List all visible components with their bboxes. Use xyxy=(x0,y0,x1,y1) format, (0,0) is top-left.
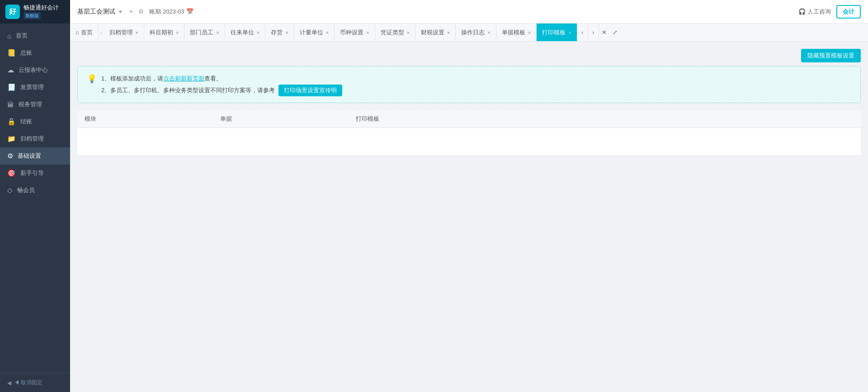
calendar-icon[interactable]: 📅 xyxy=(186,8,193,15)
tab-print-template[interactable]: 打印模板 × xyxy=(537,24,577,42)
tab-single-template-close[interactable]: × xyxy=(528,30,531,35)
tab-tax-setting-label: 财税设置 xyxy=(421,28,444,37)
tab-archive-mgmt-close[interactable]: × xyxy=(136,30,138,35)
sidebar-label-member: 畅会员 xyxy=(17,186,35,194)
tab-dept-staff[interactable]: 部门员工 × xyxy=(184,24,225,42)
tab-subject-init[interactable]: 科目期初 × xyxy=(144,24,184,42)
service-btn[interactable]: 🎧 人工咨询 xyxy=(798,8,831,16)
tab-subject-init-label: 科目期初 xyxy=(150,28,173,37)
tab-inventory-close[interactable]: × xyxy=(285,30,288,35)
logo-icon: 好 xyxy=(5,5,20,19)
sidebar-label-guide: 新手引导 xyxy=(20,169,44,177)
col-voucher: 单据 xyxy=(213,115,349,123)
hide-template-area: 隐藏预置模板设置 xyxy=(77,49,861,62)
close-icon: 🔒 xyxy=(7,118,16,126)
tab-suppliers-close[interactable]: × xyxy=(257,30,259,35)
tab-currency-label: 币种设置 xyxy=(340,28,363,37)
notice-bulb-icon: 💡 xyxy=(87,74,97,84)
tab-voucher-type-close[interactable]: × xyxy=(407,30,410,35)
home-icon: ⌂ xyxy=(75,29,79,36)
sidebar-item-invoice[interactable]: 🧾发票管理 xyxy=(0,79,70,96)
notice-row: 💡 1、模板添加成功后，请点击刷新新页面查看。 2、多员工、多打印机、多种业务类… xyxy=(87,73,851,96)
unpin-icon: ◀ xyxy=(7,380,11,386)
ledger-icon: 📒 xyxy=(7,49,16,57)
tab-currency[interactable]: 币种设置 × xyxy=(335,24,375,42)
archive-icon: 📁 xyxy=(7,135,16,143)
tab-op-log-label: 操作日志 xyxy=(461,28,485,37)
notice-line1-link[interactable]: 点击刷新新页面 xyxy=(163,75,204,82)
tab-unit-label: 计量单位 xyxy=(300,28,323,37)
tab-home-label: 首页 xyxy=(81,28,93,37)
guide-icon: 🎯 xyxy=(7,169,16,177)
tab-home[interactable]: ⌂ 首页 xyxy=(70,24,99,42)
tab-inventory-label: 存货 xyxy=(271,28,283,37)
period-label: 账期 xyxy=(149,8,161,16)
logo-name: 畅捷通好会计 xyxy=(24,4,59,12)
topbar-gear-icon[interactable]: ⚙ xyxy=(138,8,144,15)
invoice-icon: 🧾 xyxy=(7,83,16,91)
tab-tax-setting-close[interactable]: × xyxy=(447,30,450,35)
tab-close-all-btn[interactable]: ✕ xyxy=(599,24,610,42)
tab-single-template[interactable]: 单据模板 × xyxy=(496,24,537,42)
tab-back-icon: ‹ xyxy=(99,24,104,42)
tab-subject-init-close[interactable]: × xyxy=(176,30,179,35)
notice-line1-after: 查看。 xyxy=(204,75,222,82)
sidebar-item-home[interactable]: ⌂首页 xyxy=(0,27,70,44)
sidebar-item-guide[interactable]: 🎯新手引导 xyxy=(0,165,70,182)
tab-currency-close[interactable]: × xyxy=(366,30,369,35)
hide-template-btn[interactable]: 隐藏预置模板设置 xyxy=(801,49,861,62)
notice-text: 1、模板添加成功后，请点击刷新新页面查看。 2、多员工、多打印机、多种业务类型设… xyxy=(101,73,344,96)
sidebar-label-archive: 归档管理 xyxy=(20,135,44,143)
tab-tax-setting[interactable]: 财税设置 × xyxy=(415,24,456,42)
sidebar-item-ledger[interactable]: 📒总账 xyxy=(0,44,70,61)
logo-text-block: 畅捷通好会计 旗舰版 xyxy=(24,4,59,20)
tab-archive-mgmt[interactable]: 归档管理 × xyxy=(104,24,144,42)
home-icon: ⌂ xyxy=(7,32,11,40)
sidebar-item-tax[interactable]: 🏛税务管理 xyxy=(0,96,70,113)
sidebar-item-reports[interactable]: ☁云报表中心 xyxy=(0,61,70,79)
tab-print-template-close[interactable]: × xyxy=(568,30,571,35)
tab-next-btn[interactable]: › xyxy=(588,24,599,42)
tab-prev-btn[interactable]: ‹ xyxy=(577,24,588,42)
topbar-dropdown-icon[interactable]: ▾ xyxy=(119,8,122,15)
tab-suppliers[interactable]: 往来单位 × xyxy=(225,24,265,42)
period-value: 2023-03 xyxy=(163,8,184,15)
tabbar: ⌂ 首页 ‹ 归档管理 × 科目期初 × 部门员工 × 往来单位 × 存货 × … xyxy=(70,24,868,42)
tab-op-log-close[interactable]: × xyxy=(487,30,490,35)
sidebar-logo: 好 畅捷通好会计 旗舰版 xyxy=(0,0,70,24)
tab-op-log[interactable]: 操作日志 × xyxy=(456,24,496,42)
col-module: 模块 xyxy=(77,115,213,123)
sidebar-item-archive[interactable]: 📁归档管理 xyxy=(0,130,70,147)
tab-expand-btn[interactable]: ⤢ xyxy=(610,24,621,42)
tab-single-template-label: 单据模板 xyxy=(502,28,525,37)
kuaiji-btn[interactable]: 会计 xyxy=(836,5,861,19)
topbar-add-btn[interactable]: ＋ xyxy=(127,7,135,16)
tab-suppliers-label: 往来单位 xyxy=(231,28,254,37)
main-area: 基层工会测试 ▾ ＋ ⚙ 账期 2023-03 📅 🎧 人工咨询 会计 ⌂ 首页… xyxy=(70,0,868,392)
print-template-table: 模块 单据 打印模板 xyxy=(77,110,861,155)
topbar-right: 🎧 人工咨询 会计 xyxy=(798,5,861,19)
notice-line2-before: 2、多员工、多打印机、多种业务类型设置不同打印方案等，请参考 xyxy=(101,87,275,94)
print-scene-btn[interactable]: 打印场景设置宣传明 xyxy=(278,85,342,96)
sidebar-item-close[interactable]: 🔒结账 xyxy=(0,113,70,130)
headset-icon: 🎧 xyxy=(798,8,806,15)
tab-voucher-type[interactable]: 凭证类型 × xyxy=(375,24,415,42)
sidebar-footer-label: ◀ 取消固定 xyxy=(14,379,42,387)
logo-badge: 旗舰版 xyxy=(24,12,41,19)
sidebar-label-tax: 税务管理 xyxy=(19,100,42,109)
tab-unit-close[interactable]: × xyxy=(326,30,329,35)
reports-icon: ☁ xyxy=(7,66,14,74)
tab-dept-staff-close[interactable]: × xyxy=(216,30,219,35)
tab-archive-mgmt-label: 归档管理 xyxy=(109,28,133,37)
service-label: 人工咨询 xyxy=(807,8,831,16)
sidebar-label-close: 结账 xyxy=(20,118,32,126)
notice-box: 💡 1、模板添加成功后，请点击刷新新页面查看。 2、多员工、多打印机、多种业务类… xyxy=(77,66,861,103)
content-area: 隐藏预置模板设置 💡 1、模板添加成功后，请点击刷新新页面查看。 2、多员工、多… xyxy=(70,42,868,392)
sidebar-item-member[interactable]: ◇畅会员 xyxy=(0,182,70,199)
tab-unit[interactable]: 计量单位 × xyxy=(294,24,335,42)
table-body xyxy=(77,128,861,155)
tab-dept-staff-label: 部门员工 xyxy=(190,28,213,37)
sidebar-item-settings[interactable]: ⚙基础设置 xyxy=(0,147,70,165)
sidebar-footer[interactable]: ◀ ◀ 取消固定 xyxy=(0,373,70,392)
tab-inventory[interactable]: 存货 × xyxy=(265,24,294,42)
